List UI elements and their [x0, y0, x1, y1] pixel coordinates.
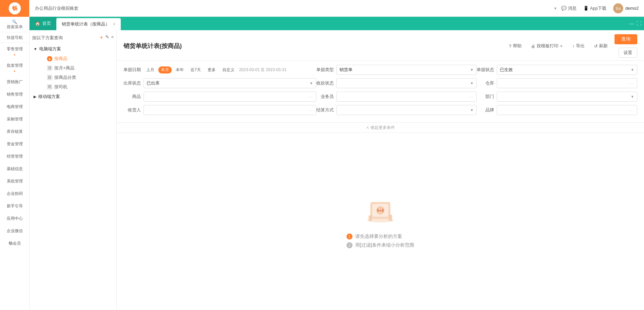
filter-tree-pc-items: ● 按商品 月 按月+商品 目 按商品分类: [32, 54, 114, 92]
sidebar-item-app-center[interactable]: 应用中心: [0, 212, 29, 225]
filter-field-payment-status: 收款状态 ▼: [316, 78, 477, 88]
filter-row-2: 出库状态 已出库 ▼ 收款状态 ▼: [123, 78, 637, 88]
home-icon: 🏠: [35, 21, 40, 26]
sidebar-item-ecommerce[interactable]: 电商管理: [0, 101, 29, 113]
filter-form: 单据日期 上月 本月 本年 近7天 更多 自定义 20: [117, 61, 644, 123]
svg-rect-4: [377, 209, 384, 212]
dept-input[interactable]: ▼: [497, 92, 637, 102]
filter-tree-group-pc-header[interactable]: ▼ 电脑端方案: [32, 44, 114, 54]
doc-type-label: 单据类型: [316, 67, 336, 73]
date-tab-this-month[interactable]: 本月: [158, 66, 172, 73]
filter-tree-item-by-driver[interactable]: 司 按司机: [38, 82, 114, 92]
mobile-group-label: 移动端方案: [38, 94, 60, 100]
svg-point-5: [379, 209, 380, 210]
action-area: 查询 设置: [614, 34, 637, 58]
tab-close-icon[interactable]: ×: [113, 22, 115, 27]
filter-field-dept: 部门 ▼: [477, 92, 637, 102]
print-dropdown-icon[interactable]: ▼: [560, 44, 563, 48]
filter-field-salesperson: 业务员 ···: [316, 92, 477, 102]
date-tab-last-month[interactable]: 上月: [144, 66, 157, 73]
main-header: 销货单统计表(按商品) ? 帮助 🖨 按模板打印 ▼ ↑: [117, 30, 644, 61]
maximize-icon[interactable]: ⛶: [637, 21, 641, 26]
query-button[interactable]: 查询: [614, 34, 637, 44]
payment-status-input[interactable]: ▼: [336, 78, 477, 88]
salesperson-input[interactable]: ···: [336, 92, 477, 102]
export-icon: ↑: [573, 44, 575, 49]
app-download-action[interactable]: 📱 App下载: [583, 5, 606, 11]
main-area: 办公用品行业模拟账套 ▼ 💬 消息 📱 App下载 Ea demo2 🏠 首页 …: [30, 0, 644, 310]
date-tab-this-year[interactable]: 本年: [173, 66, 186, 73]
tab-home[interactable]: 🏠 首页: [30, 17, 56, 30]
empty-illustration: [360, 192, 400, 225]
sidebar-item-wholesale[interactable]: 批发管理: [0, 59, 29, 76]
doc-type-input[interactable]: 销货单 ▼: [336, 65, 477, 75]
collapse-bar[interactable]: ∧ 收起更多条件: [117, 123, 644, 133]
sidebar-item-marketing[interactable]: 营销推广: [0, 76, 29, 88]
minimize-icon[interactable]: —: [629, 21, 634, 26]
sidebar-item-search[interactable]: 🔍 搜索菜单: [0, 17, 29, 33]
sidebar-item-basic-info[interactable]: 基础信息: [0, 163, 29, 175]
export-button[interactable]: ↑ 导出: [570, 42, 588, 50]
receiver-dots-icon: ···: [308, 108, 313, 113]
page-wrapper: 按以下方案查询 + ✎ « ▼ 电脑端方案: [30, 30, 644, 310]
filter-field-warehouse: 仓库 ···: [477, 78, 637, 88]
help-button[interactable]: ? 帮助: [506, 42, 524, 50]
product-input[interactable]: ···: [144, 92, 316, 102]
by-month-product-icon: 月: [47, 65, 52, 71]
doc-status-input[interactable]: 已生效 ▼: [497, 65, 637, 75]
user-menu[interactable]: Ea demo2: [613, 3, 639, 13]
pc-group-label: 电脑端方案: [39, 46, 61, 52]
by-driver-label: 按司机: [54, 84, 67, 90]
settlement-label: 结算方式: [316, 107, 336, 113]
by-category-icon: 目: [47, 75, 52, 80]
salesperson-dots-icon: ···: [468, 94, 474, 99]
filter-tree-group-mobile-header[interactable]: ▶ 移动端方案: [32, 92, 114, 102]
doc-status-label: 单据状态: [477, 67, 497, 73]
filter-sidebar-actions: + ✎ «: [100, 34, 114, 41]
sidebar-item-quick-nav[interactable]: 快捷导航: [0, 33, 29, 43]
out-status-input[interactable]: 已出库 ▼: [144, 78, 316, 88]
product-label: 商品: [123, 94, 144, 100]
collapse-sidebar-icon[interactable]: «: [111, 34, 114, 41]
app-logo[interactable]: 畅: [0, 0, 29, 17]
settlement-input[interactable]: ▼: [336, 105, 477, 115]
tip-num-1: 1: [346, 234, 353, 240]
page-title: 销货单统计表(按商品): [123, 42, 182, 50]
add-scheme-icon[interactable]: +: [100, 34, 103, 41]
refresh-button[interactable]: ↺ 刷新: [591, 42, 610, 50]
tab-sales-stats[interactable]: 销货单统计表（按商品） ×: [56, 18, 121, 30]
filter-tree-item-by-month-product[interactable]: 月 按月+商品: [38, 63, 114, 73]
sidebar-item-finance[interactable]: 资金管理: [0, 138, 29, 150]
filter-sidebar: 按以下方案查询 + ✎ « ▼ 电脑端方案: [30, 30, 117, 310]
sidebar-item-system[interactable]: 系统管理: [0, 175, 29, 188]
settlement-arrow-icon: ▼: [470, 108, 474, 112]
receiver-input[interactable]: ···: [144, 105, 316, 115]
sidebar-item-wechat-work[interactable]: 企业微信: [0, 225, 29, 237]
date-tab-custom[interactable]: 自定义: [220, 66, 237, 73]
doc-type-value: 销货单: [339, 67, 353, 73]
empty-tip-1: 1 请先选择要分析的方案: [346, 234, 414, 240]
edit-scheme-icon[interactable]: ✎: [105, 34, 109, 41]
brand-input[interactable]: ···: [497, 105, 637, 115]
sidebar-item-retail[interactable]: 零售管理: [0, 43, 29, 59]
settings-button[interactable]: 设置: [619, 48, 637, 58]
date-tab-7days[interactable]: 近7天: [188, 66, 204, 73]
filter-tree-item-by-product[interactable]: ● 按商品: [38, 54, 114, 63]
message-action[interactable]: 💬 消息: [561, 5, 577, 11]
sidebar-item-member[interactable]: 畅会员: [0, 237, 29, 250]
topbar-dropdown-icon[interactable]: ▼: [553, 6, 557, 10]
filter-field-product: 商品 ···: [123, 92, 316, 102]
filter-tree-item-by-category[interactable]: 目 按商品分类: [38, 73, 114, 82]
print-button[interactable]: 🖨 按模板打印 ▼: [528, 42, 566, 50]
date-tab-more[interactable]: 更多: [205, 66, 218, 73]
sidebar-item-enterprise[interactable]: 企业协同: [0, 188, 29, 200]
warehouse-input[interactable]: ···: [497, 78, 637, 88]
filter-field-receiver: 收货人 ···: [123, 105, 316, 115]
sidebar-item-sales[interactable]: 销售管理: [0, 88, 29, 101]
sidebar-item-inventory[interactable]: 库存核算: [0, 125, 29, 138]
by-product-icon: ●: [47, 56, 52, 61]
sidebar-item-operations[interactable]: 经营管理: [0, 150, 29, 163]
sidebar-item-purchase[interactable]: 采购管理: [0, 113, 29, 125]
filter-tree-group-pc: ▼ 电脑端方案 ● 按商品 月 按月+商品: [32, 44, 114, 92]
sidebar-item-beginner[interactable]: 新手引导: [0, 200, 29, 212]
